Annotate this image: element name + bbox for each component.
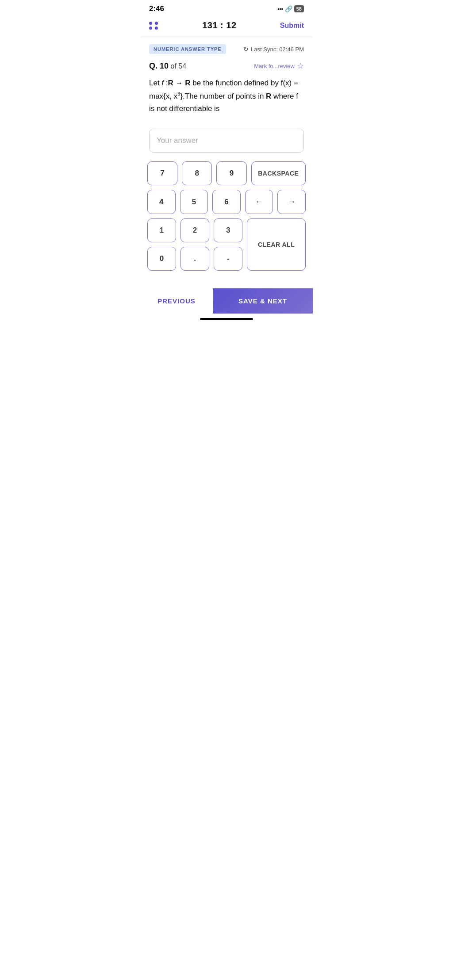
mark-review-label: Mark fo...review <box>254 63 295 69</box>
q-total: of 54 <box>170 62 186 70</box>
key-5[interactable]: 5 <box>180 190 208 214</box>
key-minus[interactable]: - <box>214 247 242 271</box>
key-8[interactable]: 8 <box>182 161 212 185</box>
answer-input-container[interactable] <box>149 129 304 153</box>
status-bar: 2:46 ▪▪▪ 🔗 58 <box>140 0 313 16</box>
bottom-nav: PREVIOUS SAVE & NEXT <box>140 288 313 314</box>
dot-1 <box>149 22 152 25</box>
keypad-left-col: 1 2 3 0 . - <box>147 218 242 271</box>
dot-2 <box>155 22 158 25</box>
right-arrow-button[interactable]: → <box>277 190 306 214</box>
save-next-button[interactable]: SAVE & NEXT <box>213 288 313 314</box>
status-time: 2:46 <box>149 4 164 13</box>
keypad-row-2: 4 5 6 ← → <box>147 190 306 214</box>
key-7[interactable]: 7 <box>147 161 177 185</box>
question-number: Q. 10 of 54 <box>149 61 186 71</box>
keypad: 7 8 9 BACKSPACE 4 5 6 ← → 1 2 3 0 . - <box>140 161 313 279</box>
answer-input[interactable] <box>157 136 296 145</box>
home-indicator <box>200 318 253 320</box>
keypad-row-1: 7 8 9 BACKSPACE <box>147 161 306 185</box>
key-4[interactable]: 4 <box>147 190 176 214</box>
key-9[interactable]: 9 <box>216 161 246 185</box>
key-3[interactable]: 3 <box>214 218 242 242</box>
battery-badge: 58 <box>294 5 304 12</box>
badge-row: NUMERIC ANSWER TYPE ↻ Last Sync: 02:46 P… <box>140 44 313 61</box>
dot-3 <box>149 27 152 30</box>
link-icon: 🔗 <box>285 5 292 12</box>
answer-type-badge: NUMERIC ANSWER TYPE <box>149 44 226 54</box>
clear-all-button[interactable]: CLEAR ALL <box>247 218 306 271</box>
key-1[interactable]: 1 <box>147 218 176 242</box>
keypad-row-3: 1 2 3 <box>147 218 242 242</box>
left-arrow-button[interactable]: ← <box>245 190 273 214</box>
key-dot[interactable]: . <box>180 247 209 271</box>
signal-icon: ▪▪▪ <box>277 6 283 12</box>
star-icon: ☆ <box>297 61 304 71</box>
key-0[interactable]: 0 <box>147 247 176 271</box>
menu-dots[interactable] <box>149 22 159 30</box>
keypad-last-group: 1 2 3 0 . - CLEAR ALL <box>147 218 306 271</box>
q-number: Q. 10 <box>149 61 169 70</box>
key-2[interactable]: 2 <box>180 218 209 242</box>
header: 131 : 12 Submit <box>140 16 313 37</box>
header-title: 131 : 12 <box>202 20 236 31</box>
sync-icon: ↻ <box>243 46 249 53</box>
keypad-row-4: 0 . - <box>147 247 242 271</box>
question-body: Let f :R → R be the function defined by … <box>140 77 313 124</box>
mark-review-button[interactable]: Mark fo...review ☆ <box>254 61 304 71</box>
submit-button[interactable]: Submit <box>280 22 304 30</box>
key-6[interactable]: 6 <box>212 190 241 214</box>
sync-info: ↻ Last Sync: 02:46 PM <box>243 46 304 53</box>
question-meta: Q. 10 of 54 Mark fo...review ☆ <box>140 61 313 77</box>
header-divider <box>140 37 313 37</box>
previous-button[interactable]: PREVIOUS <box>140 288 213 314</box>
sync-label: Last Sync: 02:46 PM <box>251 46 304 53</box>
keypad-right-col: CLEAR ALL <box>247 218 306 271</box>
status-icons: ▪▪▪ 🔗 58 <box>277 5 304 12</box>
backspace-button[interactable]: BACKSPACE <box>251 161 306 185</box>
dot-4 <box>155 27 158 30</box>
